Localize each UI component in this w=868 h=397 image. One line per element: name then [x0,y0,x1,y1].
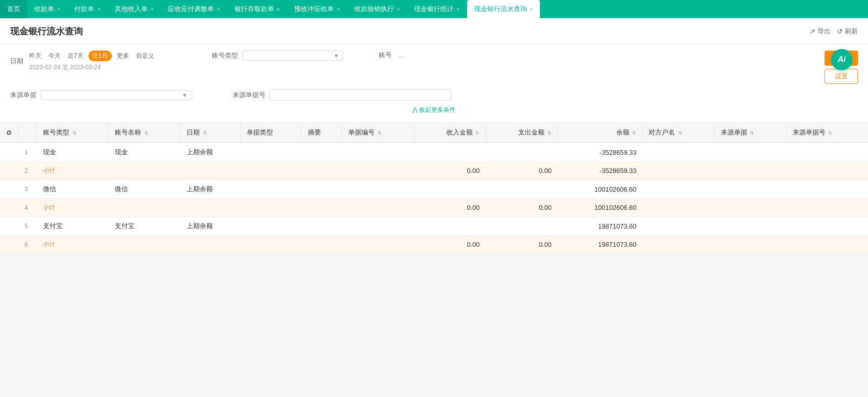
th-source-doc-no[interactable]: 来源单据号 ⇅ [786,123,868,143]
td-counterpart [643,199,714,217]
td-source-doc-no [786,217,868,236]
account-label: 账号 [379,51,392,60]
th-date[interactable]: 日期 ⇅ [180,123,241,143]
th-doc-type: 单据类型 [241,123,302,143]
td-summary [302,180,342,199]
nav-item-receipt[interactable]: 收款单 × [27,0,67,18]
shortcut-custom[interactable]: 自定义 [134,51,156,61]
th-expense[interactable]: 支出金额 ⇅ [486,123,558,143]
td-index: 6 [19,236,37,254]
advance-offset-close-icon[interactable]: × [337,6,340,12]
nav-item-other-income[interactable]: 其他收入单 × [108,0,161,18]
td-expense [486,143,558,162]
nav-item-payment[interactable]: 付款单 × [67,0,107,18]
td-source-doc-no [786,162,868,180]
bank-flow-close-icon[interactable]: × [530,6,533,12]
refresh-icon: ↺ [837,27,843,35]
collapse-bar[interactable]: ⋀ 收起更多条件 [10,104,858,116]
td-counterpart [643,180,714,199]
th-doc-no[interactable]: 单据编号 ⇅ [342,123,414,143]
bank-stats-close-icon[interactable]: × [456,6,460,12]
date-range-display: 2023-02-24 至 2023-03-24 [29,63,156,72]
td-index: 4 [19,199,37,217]
td-balance: 19871073.60 [558,236,643,254]
th-account-name[interactable]: 账号名称 ⇅ [109,123,180,143]
source-doc-filter: 来源单据 ▼ [10,90,192,100]
sort-arrows-account-name: ⇅ [144,130,148,136]
td-gear [0,236,19,254]
shortcut-yesterday[interactable]: 昨天 [27,51,43,61]
export-label: 导出 [817,27,831,36]
receipt-close-icon[interactable]: × [57,6,60,12]
source-doc-no-filter: 来源单据号 [233,89,451,101]
td-doc-no [342,162,414,180]
sort-arrows-balance: ⇅ [632,130,636,136]
td-counterpart [643,236,714,254]
td-balance: -3528659.33 [558,162,643,180]
ai-badge[interactable]: Ai [831,49,852,70]
td-account-type: 微信 [37,180,109,199]
nav-item-verify-exec[interactable]: 收款核销执行 × [347,0,407,18]
nav-item-home[interactable]: 首页 [0,0,27,18]
nav-item-advance-offset[interactable]: 预收冲应收单 × [287,0,347,18]
th-balance[interactable]: 余额 ⇅ [558,123,643,143]
table-row[interactable]: 6小计0.000.0019871073.60 [0,236,868,254]
td-doc-type [241,199,302,217]
td-gear [0,162,19,180]
table-row[interactable]: 2小计0.000.00-3528659.33 [0,162,868,180]
td-balance: 100102606.60 [558,180,643,199]
td-doc-no [342,236,414,254]
td-income [414,180,486,199]
nav-item-bank-flow[interactable]: 现金银行流水查询 × [467,0,540,18]
td-expense [486,217,558,236]
td-counterpart [643,217,714,236]
export-button[interactable]: ↗ 导出 [809,27,831,36]
th-account-type[interactable]: 账号类型 ⇅ [37,123,109,143]
settings-button[interactable]: 设置 [825,69,858,84]
other-income-label: 其他收入单 [115,5,148,14]
td-summary [302,217,342,236]
shortcut-7days[interactable]: 近7天 [66,51,85,61]
bank-deposit-close-icon[interactable]: × [277,6,280,12]
account-dots[interactable]: ... [398,51,404,60]
source-doc-no-input[interactable] [269,89,451,101]
shortcut-today[interactable]: 今天 [47,51,63,61]
td-source-doc-no [786,199,868,217]
account-type-select[interactable]: ▼ [242,51,343,61]
ar-adjust-close-icon[interactable]: × [217,6,220,12]
nav-item-ar-adjust[interactable]: 应收应付调整单 × [161,0,227,18]
table-row[interactable]: 3微信微信上期余额100102606.60 [0,180,868,199]
shortcut-1month[interactable]: 近1月 [88,51,112,61]
th-income[interactable]: 收入金额 ⇅ [414,123,486,143]
td-income [414,143,486,162]
nav-item-bank-stats[interactable]: 现金银行统计 × [407,0,467,18]
td-source-doc-no [786,180,868,199]
nav-item-bank-deposit[interactable]: 银行存取款单 × [227,0,287,18]
td-account-name: 现金 [109,143,180,162]
source-doc-select[interactable]: ▼ [40,90,192,100]
verify-exec-close-icon[interactable]: × [397,6,400,12]
td-doc-no [342,143,414,162]
other-income-close-icon[interactable]: × [151,6,154,12]
td-doc-no [342,180,414,199]
ai-label: Ai [838,55,846,64]
td-date: 上期余额 [180,143,241,162]
td-account-type: 小计 [37,162,109,180]
date-shortcuts: 昨天 今天 近7天 近1月 更多 自定义 [27,51,156,61]
table-row[interactable]: 5支付宝支付宝上期余额19871073.60 [0,217,868,236]
td-index: 2 [19,162,37,180]
shortcut-more[interactable]: 更多 [115,51,131,61]
td-source-doc [714,143,786,162]
account-type-filter: 账号类型 ▼ [212,51,343,61]
th-counterpart[interactable]: 对方户名 ⇅ [643,123,714,143]
table-row[interactable]: 4小计0.000.00100102606.60 [0,199,868,217]
th-source-doc[interactable]: 来源单据 ⇅ [714,123,786,143]
refresh-label: 刷新 [845,27,858,36]
refresh-button[interactable]: ↺ 刷新 [837,27,858,36]
payment-close-icon[interactable]: × [97,6,100,12]
td-doc-type [241,162,302,180]
filter-area: 日期 昨天 今天 近7天 近1月 更多 自定义 2023-02-24 至 202… [0,45,868,123]
th-gear[interactable]: ⚙ [0,123,19,143]
table-row[interactable]: 1现金现金上期余额-3528659.33 [0,143,868,162]
header-actions: ↗ 导出 ↺ 刷新 [809,27,858,36]
